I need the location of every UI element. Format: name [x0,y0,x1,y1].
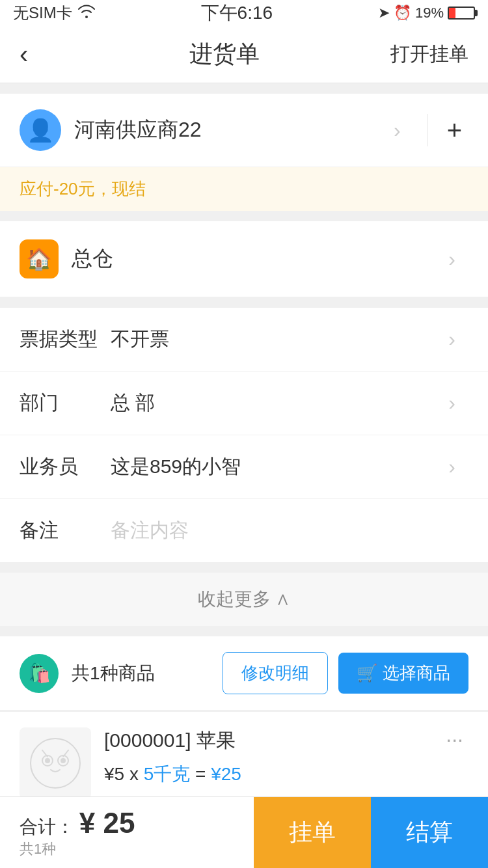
total-count: 共1种 [20,839,234,859]
cart-icon: 🛒 [357,663,377,683]
nav-bar: ‹ 进货单 打开挂单 [0,26,488,83]
warehouse-section[interactable]: 🏠 总仓 › [0,221,488,297]
alarm-icon: ⏰ [394,5,411,21]
supplier-row[interactable]: 👤 河南供应商22 › + [0,94,488,167]
collapse-row[interactable]: 收起更多 ∧ [0,573,488,626]
product-icon: 🛍️ [20,654,59,693]
total-amount: ¥ 25 [79,807,135,839]
product-title: 苹果 [197,729,236,751]
qty-text: 5千克 [144,764,191,784]
salesman-row[interactable]: 业务员 这是859的小智 › [0,435,488,498]
invoice-value: 不开票 [111,326,448,353]
checkout-button[interactable]: 结算 [371,797,488,869]
svg-point-3 [45,758,50,763]
product-code: [0000001] [104,729,191,751]
svg-point-4 [61,758,66,763]
select-product-button[interactable]: 🛒 选择商品 [338,653,468,694]
chevron-right-icon: › [448,391,455,415]
status-time: 下午6:16 [201,1,273,25]
collapse-label: 收起更多 ∧ [198,587,291,612]
location-icon: ➤ [378,5,390,21]
total-text: ¥25 [211,764,241,784]
dept-label: 部门 [20,390,111,416]
select-product-label: 选择商品 [383,662,450,685]
product-name: [0000001] 苹果 [104,727,441,754]
remark-label: 备注 [20,517,111,544]
vertical-divider [427,114,427,146]
add-button[interactable]: + [441,116,468,145]
more-button[interactable]: ··· [441,727,468,752]
wifi-icon [77,4,96,22]
product-info: [0000001] 苹果 ¥5 x 5千克 = ¥25 [104,727,441,787]
chevron-right-icon: › [394,118,401,142]
chevron-right-icon: › [448,327,455,351]
salesman-value: 这是859的小智 [111,454,448,480]
product-header: 🛍️ 共1种商品 修改明细 🛒 选择商品 [0,636,488,710]
status-left: 无SIM卡 [13,3,96,23]
salesman-label: 业务员 [20,454,111,480]
product-count: 共1种商品 [72,661,223,686]
dept-value: 总 部 [111,390,448,416]
product-price: ¥5 x 5千克 = ¥25 [104,762,441,787]
notice-banner: 应付-20元，现结 [0,167,488,211]
back-button[interactable]: ‹ [20,40,59,69]
battery-icon [448,7,475,20]
total-row: 合计： ¥ 25 [20,807,234,839]
invoice-label: 票据类型 [20,326,111,353]
remark-input[interactable]: 备注内容 [111,517,468,544]
supplier-name: 河南供应商22 [74,116,394,144]
hang-button[interactable]: 挂单 [254,797,371,869]
invoice-row[interactable]: 票据类型 不开票 › [0,307,488,371]
remark-row[interactable]: 备注 备注内容 [0,498,488,562]
form-section: 票据类型 不开票 › 部门 总 部 › 业务员 这是859的小智 › 备注 备注… [0,307,488,562]
warehouse-icon: 🏠 [20,239,59,278]
chevron-right-icon: › [448,455,455,479]
dept-row[interactable]: 部门 总 部 › [0,371,488,435]
open-hang-button[interactable]: 打开挂单 [390,41,468,68]
total-label: 合计： [20,817,74,837]
carrier-text: 无SIM卡 [13,3,72,23]
bottom-bar: 合计： ¥ 25 共1种 挂单 结算 [0,796,488,868]
status-right: ➤ ⏰ 19% [378,5,475,21]
product-thumbnail [20,727,91,799]
battery-percent: 19% [415,5,444,21]
warehouse-name: 总仓 [72,245,448,273]
edit-detail-button[interactable]: 修改明细 [223,652,328,694]
eq-sign: = [195,764,211,784]
total-area: 合计： ¥ 25 共1种 [0,807,254,859]
page-title: 进货单 [189,38,260,70]
supplier-avatar: 👤 [20,109,61,151]
svg-point-0 [31,739,80,788]
status-bar: 无SIM卡 下午6:16 ➤ ⏰ 19% [0,0,488,26]
warehouse-row[interactable]: 🏠 总仓 › [0,221,488,297]
chevron-right-icon: › [448,247,455,271]
supplier-section: 👤 河南供应商22 › + 应付-20元，现结 [0,94,488,211]
price-text: ¥5 x [104,764,144,784]
